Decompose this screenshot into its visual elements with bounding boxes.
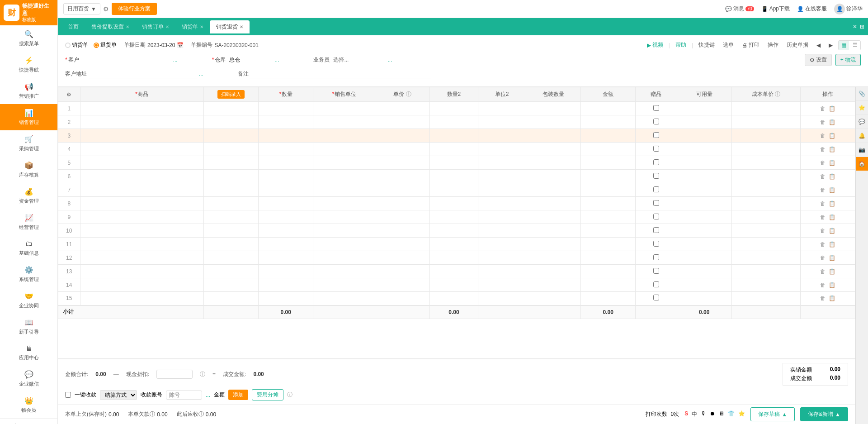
radio-delivery[interactable]: 销货单 <box>65 41 88 49</box>
product-input[interactable] <box>84 146 200 152</box>
delete-icon[interactable]: 🗑 <box>820 241 826 248</box>
quantity-cell[interactable] <box>259 292 313 305</box>
unit2-cell[interactable] <box>478 115 526 129</box>
product-input[interactable] <box>84 200 200 207</box>
unit2-cell[interactable] <box>478 251 526 265</box>
save-draft-btn[interactable]: 保存草稿 ▲ <box>750 407 795 421</box>
unit2-cell[interactable] <box>478 278 526 292</box>
unit-cell[interactable] <box>313 156 375 170</box>
tab-sales-delivery[interactable]: 销货单 ✕ <box>175 20 210 33</box>
gift-checkbox[interactable] <box>653 281 659 287</box>
warehouse-select-btn[interactable]: ... <box>274 57 279 63</box>
tab-price-setting[interactable]: 售价提取设置 ✕ <box>85 20 136 33</box>
unit-cell[interactable] <box>313 210 375 224</box>
maximize-icon[interactable]: ⊞ <box>860 24 864 30</box>
gift-checkbox[interactable] <box>653 200 659 206</box>
amount-cell[interactable] <box>581 129 636 143</box>
product-input[interactable] <box>84 105 200 112</box>
customer-input[interactable] <box>81 56 171 64</box>
quick-pay-checkbox[interactable] <box>65 392 71 398</box>
radio-return[interactable]: 退货单 <box>94 41 117 49</box>
quantity-input[interactable] <box>262 282 309 288</box>
copy-icon[interactable]: 📋 <box>829 228 835 234</box>
app-download-btn[interactable]: 📱 App下载 <box>761 5 790 13</box>
unit2-cell[interactable] <box>478 156 526 170</box>
quantity2-cell[interactable] <box>430 224 478 238</box>
amount-cell[interactable] <box>581 210 636 224</box>
online-service-btn[interactable]: 👤 在线客服 <box>797 5 827 13</box>
unit2-cell[interactable] <box>478 292 526 305</box>
quantity2-cell[interactable] <box>430 238 478 251</box>
video-btn[interactable]: ▶ 视频 <box>644 40 666 50</box>
package-qty-cell[interactable] <box>526 224 580 238</box>
gift-checkbox[interactable] <box>653 268 659 274</box>
price-cell[interactable] <box>375 197 429 210</box>
gift-checkbox[interactable] <box>653 254 659 260</box>
right-panel-camera-icon[interactable]: 📷 <box>856 143 868 157</box>
quantity-cell[interactable] <box>259 143 313 156</box>
delete-icon[interactable]: 🗑 <box>820 282 826 288</box>
price-cell[interactable] <box>375 170 429 183</box>
quantity2-cell[interactable] <box>430 156 478 170</box>
delete-icon[interactable]: 🗑 <box>820 146 826 152</box>
delete-icon[interactable]: 🗑 <box>820 187 826 193</box>
col-settings[interactable]: ⚙ <box>58 87 80 102</box>
date-value[interactable]: 2023-03-20 <box>147 42 175 48</box>
settings-bottom-icon[interactable]: ⚙ <box>12 422 19 424</box>
quantity-input[interactable] <box>262 187 309 193</box>
quantity2-cell[interactable] <box>430 102 478 115</box>
product-input[interactable] <box>84 228 200 234</box>
amount-cell[interactable] <box>581 115 636 129</box>
amount-cell[interactable] <box>581 278 636 292</box>
delete-icon[interactable]: 🗑 <box>820 295 826 301</box>
gift-checkbox[interactable] <box>653 295 659 300</box>
unit2-cell[interactable] <box>478 197 526 210</box>
package-qty-cell[interactable] <box>526 278 580 292</box>
quantity-cell[interactable] <box>259 115 313 129</box>
account-input[interactable] <box>166 391 202 400</box>
amount-cell[interactable] <box>581 156 636 170</box>
quantity-cell[interactable] <box>259 156 313 170</box>
gift-checkbox[interactable] <box>653 227 659 233</box>
copy-icon[interactable]: 📋 <box>829 268 835 275</box>
unit-cell[interactable] <box>313 143 375 156</box>
quantity2-cell[interactable] <box>430 265 478 278</box>
price-cell[interactable] <box>375 265 429 278</box>
copy-icon[interactable]: 📋 <box>829 146 835 152</box>
unit-cell[interactable] <box>313 102 375 115</box>
sidebar-item-wechat[interactable]: 💬 企业微信 <box>0 366 57 392</box>
list-view-btn[interactable]: ☰ <box>850 41 860 50</box>
help-btn[interactable]: 帮助 <box>673 40 689 50</box>
package-qty-cell[interactable] <box>526 238 580 251</box>
delete-icon[interactable]: 🗑 <box>820 214 826 220</box>
category-dropdown[interactable]: 日用百货 ▼ <box>63 3 100 14</box>
close-sales-delivery-tab[interactable]: ✕ <box>200 24 203 29</box>
unit-cell[interactable] <box>313 265 375 278</box>
product-cell[interactable] <box>80 278 203 292</box>
user-menu[interactable]: 👤 徐泽华 <box>834 4 863 14</box>
quantity-input[interactable] <box>262 160 309 166</box>
quantity-cell[interactable] <box>259 265 313 278</box>
copy-icon[interactable]: 📋 <box>829 119 835 125</box>
settings-btn[interactable]: ⚙ 设置 <box>805 54 832 66</box>
tab-sales-return[interactable]: 销货退货 ✕ <box>210 20 250 33</box>
next-btn[interactable]: ▶ <box>826 41 835 50</box>
sidebar-item-quick-nav[interactable]: ⚡ 快捷导航 <box>0 52 57 78</box>
unit-cell[interactable] <box>313 251 375 265</box>
product-cell[interactable] <box>80 238 203 251</box>
address-input[interactable] <box>89 70 197 78</box>
sidebar-item-enterprise[interactable]: 🤝 企业协同 <box>0 287 57 314</box>
sidebar-item-system[interactable]: ⚙️ 系统管理 <box>0 261 57 287</box>
amount-cell[interactable] <box>581 183 636 197</box>
experience-btn[interactable]: 体验行业方案 <box>112 3 157 15</box>
copy-icon[interactable]: 📋 <box>829 200 835 207</box>
price-cell[interactable] <box>375 210 429 224</box>
tab-sales-order[interactable]: 销售订单 ✕ <box>136 20 175 33</box>
price-cell[interactable] <box>375 292 429 305</box>
sidebar-item-app-center[interactable]: 🖥 应用中心 <box>0 340 57 366</box>
quantity-cell[interactable] <box>259 224 313 238</box>
product-input[interactable] <box>84 133 200 139</box>
gift-checkbox[interactable] <box>653 241 659 247</box>
product-cell[interactable] <box>80 197 203 210</box>
package-qty-cell[interactable] <box>526 183 580 197</box>
